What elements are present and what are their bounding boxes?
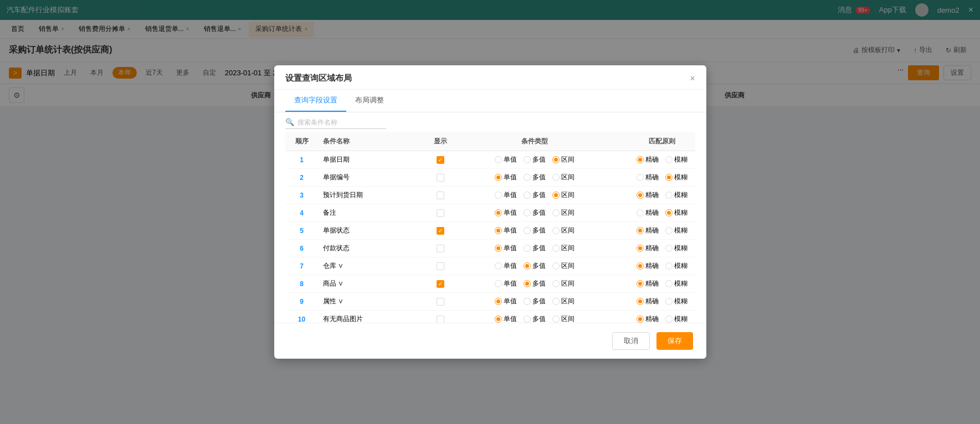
dialog-close-btn[interactable]: × [690, 74, 695, 84]
tab-query-fields[interactable]: 查询字段设置 [285, 90, 346, 107]
modal-overlay: 设置查询区域布局 × 查询字段设置 布局调整 🔍 顺序 条件名称 显示 条件类型… [0, 0, 980, 107]
tab-layout[interactable]: 布局调整 [346, 90, 393, 107]
dialog-tabs: 查询字段设置 布局调整 [274, 90, 706, 107]
dialog-header: 设置查询区域布局 × [274, 65, 706, 90]
dialog: 设置查询区域布局 × 查询字段设置 布局调整 🔍 顺序 条件名称 显示 条件类型… [274, 65, 706, 107]
dialog-title: 设置查询区域布局 [285, 73, 352, 84]
